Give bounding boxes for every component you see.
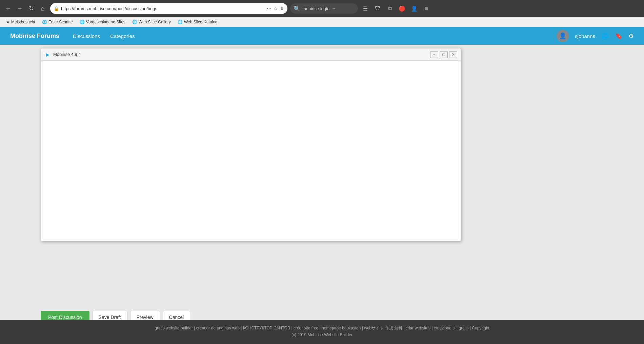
- menu-icon[interactable]: ≡: [422, 4, 431, 13]
- globe-icon: 🌐: [132, 20, 137, 24]
- bookmark-label: Vorgeschlagene Sites: [86, 20, 125, 24]
- bookmark-nav-icon[interactable]: 🔖: [615, 32, 622, 40]
- nav-buttons: ← → ↻ ⌂: [3, 4, 47, 13]
- bookmark-star-icon[interactable]: ☆: [274, 6, 278, 11]
- bookmark-web-slice-katalog[interactable]: 🌐 Web Slice-Katalog: [175, 19, 220, 25]
- avatar[interactable]: 👤: [557, 30, 569, 42]
- browser-actions: ☰ 🛡 ⧉ 🔴 👤 ≡: [361, 4, 431, 13]
- dialog-controls: − □ ✕: [430, 51, 457, 58]
- forum-nav-links: Discussions Categories: [73, 33, 135, 39]
- settings-icon[interactable]: ⚙: [628, 32, 634, 40]
- bookmarks-bar: ★ Meistbesucht 🌐 Erste Schritte 🌐 Vorges…: [0, 17, 644, 27]
- bookmark-label: Meistbesucht: [11, 20, 35, 24]
- globe-icon: 🌐: [80, 20, 85, 24]
- bookmark-web-slice-gallery[interactable]: 🌐 Web Slice Gallery: [129, 19, 174, 25]
- dialog-title: Mobirise 4.9.4: [53, 52, 427, 57]
- forward-button[interactable]: →: [15, 4, 24, 13]
- globe-icon: 🌐: [178, 20, 183, 24]
- page-content: ▶ Mobirise 4.9.4 − □ ✕ Post Discussion S…: [0, 45, 644, 344]
- app-icon: ▶: [44, 52, 51, 58]
- more-icon[interactable]: ⋯: [267, 6, 271, 11]
- bookmark-meistbesucht[interactable]: ★ Meistbesucht: [3, 19, 38, 25]
- footer-line1: gratis website builder | creador de pagi…: [10, 325, 634, 331]
- download-icon[interactable]: ⬇: [280, 6, 284, 11]
- search-icon: 🔍: [294, 5, 300, 12]
- forum-nav-right: 👤 sjohanns 🌐 🔖 ⚙: [557, 30, 634, 42]
- bookmark-vorgeschlagene[interactable]: 🌐 Vorgeschlagene Sites: [77, 19, 128, 25]
- maximize-button[interactable]: □: [440, 51, 448, 58]
- footer-line2: (c) 2019 Mobirise Website Builder: [10, 332, 634, 337]
- lock-icon: 🔒: [54, 6, 59, 11]
- bookmark-label: Web Slice-Katalog: [184, 20, 218, 24]
- bookmark-label: Erste Schritte: [48, 20, 73, 24]
- star-icon: ★: [6, 20, 10, 24]
- browser-chrome: ← → ↻ ⌂ 🔒 https://forums.mobirise.com/po…: [0, 0, 644, 17]
- footer: gratis website builder | creador de pagi…: [0, 320, 644, 344]
- close-button[interactable]: ✕: [449, 51, 457, 58]
- discussions-link[interactable]: Discussions: [73, 33, 100, 39]
- dialog-body: [41, 61, 461, 241]
- dialog-titlebar: ▶ Mobirise 4.9.4 − □ ✕: [41, 48, 461, 61]
- search-bar[interactable]: 🔍 mobirise login →: [290, 3, 358, 14]
- globe-nav-icon[interactable]: 🌐: [601, 32, 609, 40]
- forum-nav: Mobirise Forums Discussions Categories 👤…: [0, 27, 644, 45]
- forum-logo[interactable]: Mobirise Forums: [10, 33, 59, 40]
- tab-view-icon[interactable]: ⧉: [385, 4, 395, 13]
- bookmark-erste-schritte[interactable]: 🌐 Erste Schritte: [39, 19, 76, 25]
- minimize-button[interactable]: −: [430, 51, 438, 58]
- favorites-icon[interactable]: ☰: [361, 4, 370, 13]
- home-button[interactable]: ⌂: [38, 4, 47, 13]
- globe-icon: 🌐: [42, 20, 47, 24]
- search-text: mobirise login: [302, 6, 329, 11]
- address-icons: ⋯ ☆ ⬇: [267, 6, 284, 11]
- address-bar[interactable]: 🔒 https://forums.mobirise.com/post/discu…: [50, 3, 287, 14]
- categories-link[interactable]: Categories: [110, 33, 135, 39]
- refresh-button[interactable]: ↻: [26, 4, 36, 13]
- back-button[interactable]: ←: [3, 4, 13, 13]
- search-go-button[interactable]: →: [331, 6, 336, 11]
- browser-icon[interactable]: 🔴: [397, 4, 407, 13]
- profile-icon[interactable]: 👤: [409, 4, 419, 13]
- bookmark-label: Web Slice Gallery: [139, 20, 171, 24]
- dialog-window: ▶ Mobirise 4.9.4 − □ ✕: [41, 48, 461, 241]
- shield-icon[interactable]: 🛡: [373, 4, 382, 13]
- username[interactable]: sjohanns: [575, 33, 595, 39]
- url-text: https://forums.mobirise.com/post/discuss…: [61, 6, 265, 11]
